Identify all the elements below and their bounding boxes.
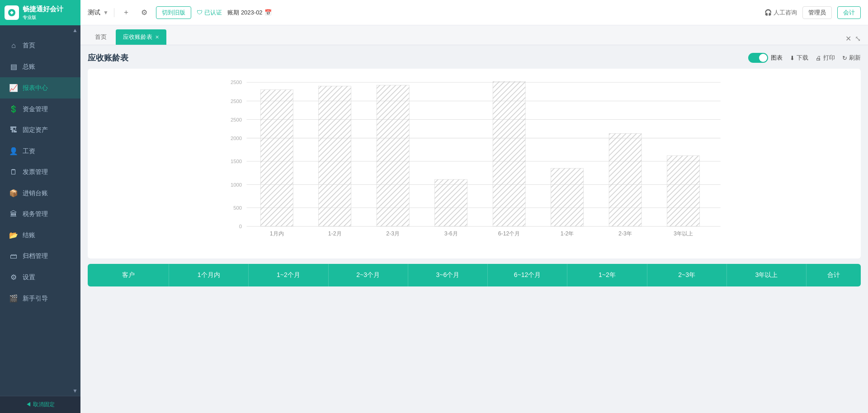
- tab-aging[interactable]: 应收账龄表 ✕: [116, 29, 166, 45]
- sidebar-item-wages[interactable]: 👤 工资: [0, 141, 80, 162]
- tab-home-label: 首页: [95, 33, 107, 41]
- refresh-label: 刷新: [849, 54, 861, 62]
- sidebar-item-close[interactable]: 📂 结账: [0, 225, 80, 246]
- sidebar-item-settings[interactable]: ⚙ 设置: [0, 267, 80, 288]
- calendar-icon[interactable]: 📅: [264, 9, 272, 16]
- headset-icon: 🎧: [764, 9, 772, 16]
- sidebar-label-tax: 税务管理: [23, 210, 48, 218]
- close-book-icon: 📂: [9, 231, 18, 239]
- sidebar-label-home: 首页: [23, 42, 35, 50]
- svg-text:1-2月: 1-2月: [328, 230, 342, 237]
- sidebar-label-inventory: 进销台账: [23, 189, 48, 197]
- invoice-icon: 🗒: [9, 168, 18, 176]
- bar-3年以上: [667, 156, 700, 226]
- guide-icon: 🎬: [9, 294, 18, 303]
- print-label: 打印: [823, 54, 835, 62]
- period-display: 账期 2023-02 📅: [227, 9, 272, 17]
- svg-text:6-12个月: 6-12个月: [498, 230, 520, 237]
- sidebar-label-funds: 资金管理: [23, 105, 48, 113]
- print-btn[interactable]: 🖨 打印: [816, 54, 835, 62]
- logo-icon: [5, 5, 19, 20]
- col-1-2m: 1~2个月: [249, 264, 328, 286]
- period-label: 账期: [227, 9, 239, 17]
- table-container: 客户 1个月内 1~2个月 2~3个月 3~6个月 6~12个月 1~2年 2~…: [88, 264, 861, 286]
- page-actions: 图表 ⬇ 下载 🖨 打印 ↻ 刷新: [748, 53, 861, 63]
- svg-text:2500: 2500: [231, 99, 242, 104]
- page-header: 应收账龄表 图表 ⬇ 下载 🖨 打印 ↻: [88, 52, 861, 63]
- sidebar-label-ledger: 总账: [23, 63, 35, 71]
- tab-close-icon[interactable]: ✕: [155, 34, 159, 40]
- sidebar-item-home[interactable]: ⌂ 首页: [0, 35, 80, 56]
- col-customer: 客户: [88, 264, 169, 286]
- chart-toggle-label: 图表: [771, 54, 783, 62]
- close-window-icon[interactable]: ✕: [845, 34, 851, 43]
- sidebar-label-wages: 工资: [23, 147, 35, 155]
- sidebar-item-ledger[interactable]: ▤ 总账: [0, 56, 80, 77]
- cancel-fixed-btn[interactable]: ◀ 取消固定: [0, 396, 80, 413]
- sidebar-item-tax[interactable]: 🏛 税务管理: [0, 204, 80, 225]
- sidebar-item-funds[interactable]: 💲 资金管理: [0, 99, 80, 120]
- add-btn[interactable]: ＋: [120, 6, 132, 19]
- archive-icon: 🗃: [9, 252, 18, 260]
- role-btn[interactable]: 会计: [837, 6, 861, 19]
- sidebar-item-reports[interactable]: 📈 报表中心: [0, 77, 80, 99]
- col-3-6m: 3~6个月: [408, 264, 488, 286]
- table-header: 客户 1个月内 1~2个月 2~3个月 3~6个月 6~12个月 1~2年 2~…: [88, 264, 861, 286]
- bar-2-3年: [609, 133, 642, 226]
- switch-old-btn[interactable]: 切到旧版: [156, 6, 191, 19]
- assets-icon: 🏗: [9, 126, 18, 134]
- sidebar-item-archive[interactable]: 🗃 归档管理: [0, 246, 80, 267]
- print-icon: 🖨: [816, 55, 821, 61]
- svg-text:1000: 1000: [231, 182, 242, 188]
- inventory-icon: 📦: [9, 189, 18, 197]
- company-chevron-icon: ▼: [103, 9, 108, 16]
- page-title: 应收账龄表: [88, 52, 128, 63]
- col-total: 合计: [807, 264, 861, 286]
- expand-icon[interactable]: ⤡: [855, 34, 861, 43]
- chart-toggle[interactable]: [748, 53, 768, 63]
- sidebar-label-assets: 固定资产: [23, 126, 48, 134]
- bar-6-12月: [493, 81, 525, 226]
- bar-3-6月: [435, 179, 467, 226]
- scroll-up-arrow[interactable]: ▲: [71, 26, 79, 34]
- scroll-down-arrow[interactable]: ▼: [71, 387, 79, 395]
- chart-inner: 2500 2500 2500 2000 1500 1000 500 0: [101, 78, 847, 245]
- content-area: 应收账龄表 图表 ⬇ 下载 🖨 打印 ↻: [80, 45, 868, 413]
- funds-icon: 💲: [9, 105, 18, 113]
- sidebar-label-archive: 归档管理: [23, 252, 48, 260]
- svg-text:3-6月: 3-6月: [444, 230, 458, 237]
- sidebar-nav: ⌂ 首页 ▤ 总账 📈 报表中心 💲 资金管理 🏗 固定资产 👤 工资 🗒 发票…: [0, 35, 80, 386]
- sidebar-item-invoice[interactable]: 🗒 发票管理: [0, 162, 80, 183]
- settings-gear-btn[interactable]: ⚙: [138, 6, 151, 19]
- bar-1-2月: [319, 86, 351, 226]
- service-btn[interactable]: 🎧 人工咨询: [764, 9, 797, 17]
- home-icon: ⌂: [9, 42, 18, 50]
- svg-text:3年以上: 3年以上: [674, 230, 693, 237]
- company-selector[interactable]: 测试 ▼: [88, 9, 108, 17]
- sidebar-label-guide: 新手引导: [23, 295, 48, 303]
- tab-home[interactable]: 首页: [88, 29, 114, 45]
- svg-text:1-2年: 1-2年: [561, 230, 574, 237]
- pin-left-icon: ◀: [26, 401, 31, 408]
- topbar: 测试 ▼ ＋ ⚙ 切到旧版 🛡 已认证 账期 2023-02 📅 🎧 人工咨询 …: [80, 0, 868, 25]
- user-btn[interactable]: 管理员: [802, 6, 832, 19]
- col-6-12m: 6~12个月: [488, 264, 567, 286]
- sidebar-item-assets[interactable]: 🏗 固定资产: [0, 120, 80, 141]
- bar-chart: 2500 2500 2500 2000 1500 1000 500 0: [101, 78, 847, 245]
- sidebar-label-invoice: 发票管理: [23, 168, 48, 176]
- col-1m: 1个月内: [169, 264, 249, 286]
- svg-text:0: 0: [239, 224, 242, 229]
- download-label: 下载: [797, 54, 808, 62]
- sidebar-item-inventory[interactable]: 📦 进销台账: [0, 183, 80, 204]
- period-value: 2023-02: [241, 9, 263, 16]
- reports-icon: 📈: [9, 84, 18, 92]
- tabbar: 首页 应收账龄表 ✕ ✕ ⤡: [80, 25, 868, 45]
- bar-1月内: [260, 90, 293, 226]
- col-2-3y: 2~3年: [647, 264, 727, 286]
- refresh-btn[interactable]: ↻ 刷新: [842, 54, 861, 62]
- bar-1-2年: [551, 168, 584, 226]
- download-btn[interactable]: ⬇ 下载: [790, 54, 808, 62]
- main-area: 测试 ▼ ＋ ⚙ 切到旧版 🛡 已认证 账期 2023-02 📅 🎧 人工咨询 …: [80, 0, 868, 413]
- sidebar-item-guide[interactable]: 🎬 新手引导: [0, 288, 80, 309]
- svg-text:2-3年: 2-3年: [618, 230, 632, 237]
